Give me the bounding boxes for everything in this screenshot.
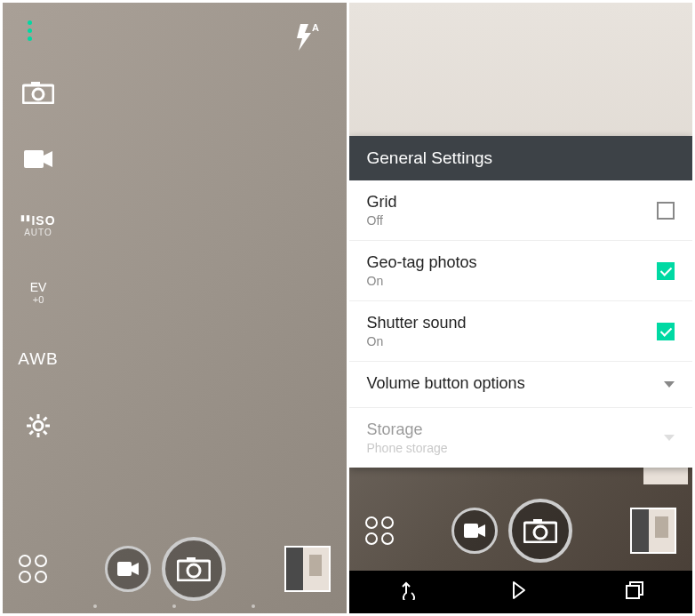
settings-row-shutter[interactable]: Shutter sound On (349, 301, 693, 362)
svg-point-16 (188, 564, 200, 577)
settings-sub: Phone storage (367, 441, 665, 455)
video-record-button[interactable] (451, 508, 498, 554)
checkbox-checked-icon[interactable] (657, 262, 675, 280)
settings-button[interactable] (12, 401, 65, 450)
gear-icon (25, 412, 52, 439)
svg-text:A: A (312, 22, 319, 33)
camera-icon (22, 81, 54, 104)
video-record-button[interactable] (105, 546, 151, 592)
ev-button[interactable]: EV +0 (12, 268, 65, 316)
back-button[interactable] (396, 580, 416, 604)
iso-value: AUTO (24, 228, 52, 237)
ev-value: +0 (33, 294, 44, 305)
svg-rect-2 (31, 82, 40, 86)
svg-line-10 (44, 431, 47, 435)
camera-viewfinder-left: ▮▮ISO AUTO EV +0 AWB A (3, 3, 347, 613)
pagination-dots (3, 604, 347, 608)
apps-grid-button[interactable] (19, 555, 47, 583)
gallery-thumbnail[interactable] (284, 546, 331, 592)
checkbox-checked-icon[interactable] (657, 323, 675, 340)
settings-row-geotag[interactable]: Geo-tag photos On (349, 241, 693, 301)
settings-sub: Off (367, 213, 658, 228)
camera-mode-button[interactable] (12, 68, 65, 116)
video-icon (117, 562, 139, 576)
back-icon (396, 580, 416, 600)
android-navbar (349, 571, 693, 613)
iso-button[interactable]: ▮▮ISO AUTO (12, 201, 65, 250)
settings-panel: General Settings Grid Off Geo-tag photos… (349, 136, 693, 468)
camera-icon (177, 556, 211, 581)
svg-rect-21 (533, 519, 542, 524)
dropdown-arrow-icon (664, 381, 675, 388)
settings-row-volume[interactable]: Volume button options (349, 362, 693, 408)
dropdown-arrow-icon (664, 435, 675, 441)
settings-header: General Settings (349, 136, 693, 180)
settings-title: Volume button options (367, 374, 665, 393)
settings-title: Grid (367, 193, 658, 212)
home-button[interactable] (512, 580, 530, 604)
video-icon (464, 524, 485, 538)
svg-line-12 (44, 417, 47, 420)
video-icon (23, 149, 53, 169)
menu-dots-icon[interactable] (28, 20, 74, 41)
svg-rect-3 (24, 150, 44, 168)
camera-viewfinder-right: General Settings Grid Off Geo-tag photos… (349, 3, 693, 613)
home-icon (512, 580, 530, 600)
shutter-button[interactable] (508, 499, 572, 563)
settings-title: Shutter sound (367, 314, 658, 332)
gallery-thumbnail[interactable] (630, 508, 676, 554)
svg-rect-18 (464, 524, 478, 538)
svg-rect-17 (187, 557, 196, 562)
recent-icon (625, 580, 644, 600)
bottom-bar-left (3, 524, 347, 613)
settings-title: Geo-tag photos (367, 253, 658, 272)
settings-sub: On (367, 334, 658, 348)
awb-button[interactable]: AWB (12, 334, 65, 383)
svg-point-4 (34, 421, 43, 430)
settings-row-grid[interactable]: Grid Off (349, 180, 693, 241)
shutter-button[interactable] (162, 537, 226, 601)
apps-grid-button[interactable] (365, 516, 394, 545)
video-mode-button[interactable] (12, 134, 65, 183)
flash-button[interactable]: A (293, 22, 320, 56)
camera-icon (523, 518, 557, 543)
ev-label: EV (30, 280, 47, 294)
awb-label: AWB (18, 349, 59, 369)
svg-line-9 (30, 417, 34, 420)
svg-rect-22 (627, 586, 639, 598)
settings-sub: On (367, 274, 658, 288)
flash-auto-icon: A (293, 22, 320, 52)
svg-line-11 (30, 431, 34, 435)
camera-sidebar: ▮▮ISO AUTO EV +0 AWB (3, 3, 74, 613)
svg-point-20 (534, 526, 547, 539)
recent-button[interactable] (625, 580, 644, 604)
settings-row-storage[interactable]: Storage Phone storage (349, 408, 693, 468)
iso-label: ISO (31, 213, 55, 228)
settings-title: Storage (367, 420, 665, 439)
svg-rect-14 (117, 562, 132, 576)
bottom-bar-right (349, 491, 693, 571)
checkbox-unchecked-icon[interactable] (657, 202, 675, 220)
svg-point-1 (33, 89, 44, 100)
